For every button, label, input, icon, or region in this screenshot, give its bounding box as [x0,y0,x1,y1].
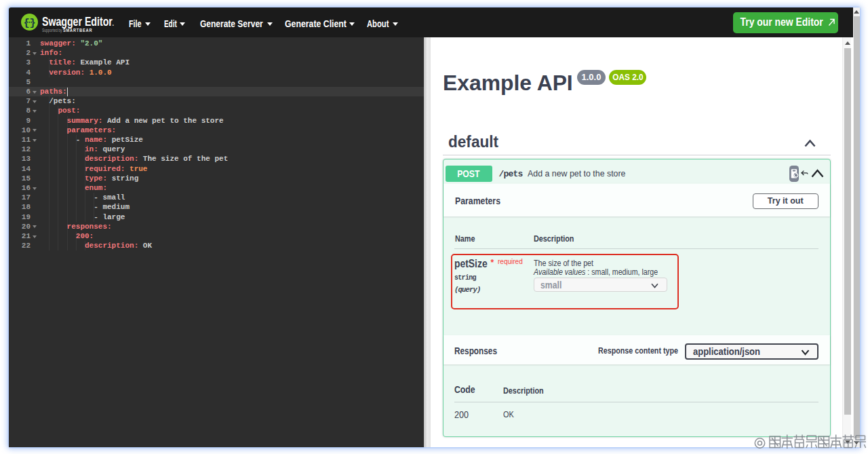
svg-text:}: } [30,17,36,29]
svg-text:{: { [23,17,29,29]
